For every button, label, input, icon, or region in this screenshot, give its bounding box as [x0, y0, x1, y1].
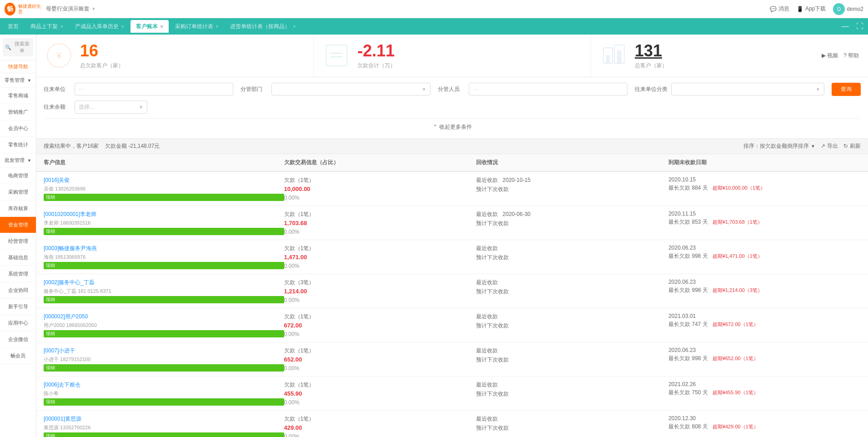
recent-repay-label: 最近收款: [476, 415, 668, 423]
debt-count: 欠款（1笔）: [284, 313, 477, 321]
customer-name-link[interactable]: [0016]吴俊: [44, 176, 284, 184]
overdue-days: 最长欠款 998 天 超期¥1,471.00（1笔）: [668, 252, 861, 260]
overdue-amount-link[interactable]: 超期¥1,471.00（1笔）: [712, 253, 763, 259]
search-icon: 🔍: [5, 45, 11, 50]
sidebar-enterprise-coop-label: 企业协同: [8, 287, 28, 294]
sidebar-item-enterprise-coop[interactable]: 企业协同: [0, 282, 36, 299]
sidebar-item-retail-stats[interactable]: 零售统计: [0, 137, 36, 153]
result-bar: 搜索结果中，客户16家 欠款金额 -21,148.07元 排序：按欠款金额倒序排…: [36, 139, 868, 154]
debt-info-cell: 欠款（1笔） 429.00 0.00%: [284, 415, 477, 437]
debt-info-cell: 欠款（1笔） 10,000.00 0.00%: [284, 176, 477, 201]
customer-name-link[interactable]: [0007]小进干: [44, 347, 284, 355]
debt-amount: 1,471.00: [284, 254, 477, 261]
filter-company-category-select[interactable]: ▼: [671, 83, 824, 95]
sidebar-item-batch-mgmt[interactable]: 批发管理 ▼: [0, 153, 36, 168]
top-bar: 畅 畅捷通好生意 母婴行业演示账套 ▼ 💬 消息 📱 App下载 D demo2: [0, 0, 868, 18]
debt-info-cell: 欠款（1笔） 455.90 0.00%: [284, 381, 477, 406]
customer-name-link[interactable]: [0006]去下粮仓: [44, 381, 284, 389]
svg-rect-2: [326, 45, 347, 66]
filter-branch-dept-select[interactable]: ▼: [271, 83, 430, 95]
stat-icon-3: [600, 42, 627, 69]
overdue-days: 最长欠款 808 天 超期¥429.00（1笔）: [668, 423, 861, 431]
sidebar-operation-label: 经营管理: [8, 238, 28, 245]
filter-company-from-label: 往来单位: [44, 85, 71, 93]
customer-info-cell: [0016]吴俊 吴俊 13026203696 现销: [44, 176, 284, 201]
overdue-amount-link[interactable]: 超期¥455.90（1笔）: [712, 390, 758, 395]
sidebar-item-new-guide[interactable]: 新手引导: [0, 299, 36, 315]
customer-name-link[interactable]: [00010200001]李老师: [44, 211, 284, 218]
table-body: [0016]吴俊 吴俊 13026203696 现销 欠款（1笔） 10,000…: [36, 172, 868, 437]
sidebar-search-btn[interactable]: 🔍 搜索菜单: [3, 38, 33, 56]
tab-products-close[interactable]: ×: [60, 24, 63, 29]
sidebar-item-ecommerce[interactable]: 电商管理: [0, 168, 36, 184]
overdue-amount-link[interactable]: 超期¥672.00（1笔）: [712, 321, 758, 327]
sidebar-purchase-label: 采购管理: [8, 189, 28, 196]
tab-stock-stats-close[interactable]: ×: [293, 24, 296, 29]
export-btn[interactable]: ↗ 导出: [821, 142, 838, 150]
sidebar-retail-mgmt-label: 零售管理: [5, 77, 25, 84]
filter-branch-person-input[interactable]: ···: [469, 83, 627, 95]
sidebar-item-enterprise-wechat[interactable]: 企业微信: [0, 332, 36, 348]
filter-balance-select[interactable]: 选择... ▼: [75, 100, 147, 114]
overdue-amount-link[interactable]: 超期¥652.00（1笔）: [712, 356, 758, 361]
sidebar-item-member-vip[interactable]: 畅会员: [0, 348, 36, 364]
customer-name-link[interactable]: [000001]黄思源: [44, 415, 284, 423]
sidebar-item-retail-mall[interactable]: 零售商城: [0, 88, 36, 104]
sidebar-item-purchase[interactable]: 采购管理: [0, 184, 36, 201]
tab-stock-stats[interactable]: 进货单统计表（按商品） ×: [225, 20, 301, 33]
svg-rect-7: [606, 55, 610, 63]
due-date: 2020.06.23: [668, 347, 861, 353]
tab-customer-account-close[interactable]: ×: [161, 24, 163, 29]
sidebar-item-marketing[interactable]: 营销推广: [0, 104, 36, 121]
app-download-btn[interactable]: 📱 App下载: [797, 5, 826, 13]
overdue-amount-link[interactable]: 超期¥10,000.00（1笔）: [712, 185, 765, 191]
tab-minimize-btn[interactable]: —: [839, 22, 852, 30]
tab-home[interactable]: 首页: [2, 20, 24, 33]
filter-row-1: 往来单位 ··· 分管部门 ▼ 分管人员 ···: [44, 83, 861, 96]
customer-sub-info: 李老师 18600391516: [44, 220, 284, 226]
filter-company-from-input[interactable]: ···: [75, 83, 233, 95]
sidebar-item-member[interactable]: 会员中心: [0, 121, 36, 137]
collapse-btn[interactable]: ⌃ 收起更多条件: [431, 121, 474, 133]
user-menu[interactable]: D demo2: [833, 3, 863, 15]
message-btn[interactable]: 💬 消息: [770, 5, 789, 13]
refresh-btn[interactable]: ↻ 刷新: [843, 142, 861, 150]
sidebar-item-app-center[interactable]: 应用中心: [0, 315, 36, 332]
customer-name-link[interactable]: [0003]畅捷服务尹海燕: [44, 245, 284, 252]
video-icon: ▶: [822, 52, 826, 59]
sidebar-item-inventory[interactable]: 库存核算: [0, 201, 36, 217]
sidebar-item-basic-info[interactable]: 基础信息: [0, 250, 36, 266]
customer-name-link[interactable]: [000002]用户2050: [44, 313, 284, 321]
tab-production[interactable]: 产成品入库单历史 ×: [70, 20, 130, 33]
export-icon: ↗: [821, 143, 825, 149]
overdue-amount-link[interactable]: 超期¥429.00（1笔）: [712, 424, 758, 429]
recent-repay-label: 最近收款: [476, 347, 668, 355]
recent-repay-label: 最近收款 2020-10-15: [476, 176, 668, 184]
view-video-btn[interactable]: ▶ 视频: [822, 52, 838, 60]
tab-maximize-btn[interactable]: ⛶: [853, 22, 866, 30]
tab-customer-account-label: 客户账本: [136, 23, 158, 30]
sidebar-new-guide-label: 新手引导: [8, 303, 28, 310]
customer-tag: 现销: [44, 364, 284, 372]
sidebar-item-system[interactable]: 系统管理: [0, 266, 36, 282]
customer-name-link[interactable]: [0002]服务中心_丁磊: [44, 279, 284, 286]
tab-products[interactable]: 商品上下架 ×: [25, 20, 69, 33]
next-repay: 预计下次收款: [476, 356, 668, 364]
tab-production-close[interactable]: ×: [121, 24, 124, 29]
quick-nav-btn[interactable]: 快捷导航: [0, 60, 36, 73]
sidebar-item-operation[interactable]: 经营管理: [0, 233, 36, 250]
help-btn[interactable]: ? 帮助: [843, 52, 859, 60]
overdue-amount-link[interactable]: 超期¥1,214.00（3笔）: [712, 287, 763, 293]
customer-tag: 现销: [44, 398, 284, 406]
sort-selector[interactable]: 排序：按欠款金额倒序排序 ▼: [743, 142, 815, 150]
overdue-amount-link[interactable]: 超期¥1,703.68（1笔）: [712, 219, 763, 225]
tab-purchase-order-close[interactable]: ×: [216, 24, 219, 29]
company-selector[interactable]: 母婴行业演示账套 ▼: [41, 5, 114, 13]
tab-purchase-order[interactable]: 采购订单统计表 ×: [170, 20, 224, 33]
sidebar-item-retail-mgmt[interactable]: 零售管理 ▼: [0, 73, 36, 88]
tab-bar: 首页 商品上下架 × 产成品入库单历史 × 客户账本 × 采购订单统计表 × 进…: [0, 18, 868, 35]
sidebar-item-finance[interactable]: 资金管理: [0, 217, 36, 233]
search-button[interactable]: 查询: [832, 83, 861, 96]
tab-customer-account[interactable]: 客户账本 ×: [130, 20, 169, 33]
due-date: 2020.06.23: [668, 245, 861, 251]
